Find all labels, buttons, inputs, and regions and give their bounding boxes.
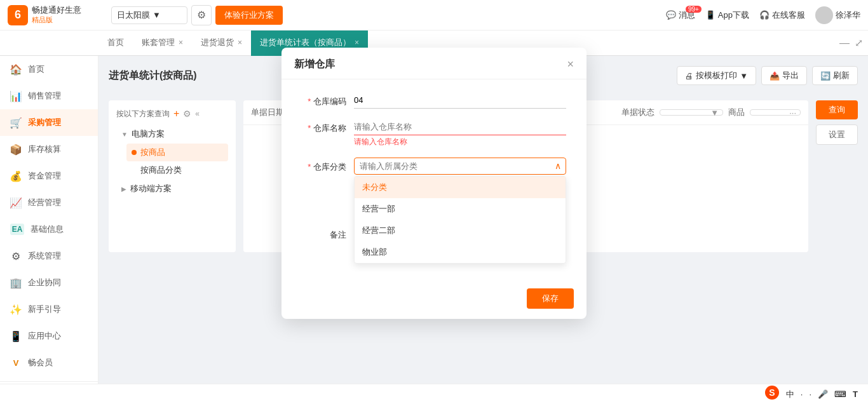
- single-status-label: 单据状态: [621, 107, 654, 118]
- status-mic-icon[interactable]: 🎤: [818, 389, 828, 399]
- gear-button[interactable]: ⚙: [191, 5, 212, 25]
- tab-purchase-return[interactable]: 进货退货 ×: [192, 30, 251, 56]
- status-dot2-icon[interactable]: ·: [809, 389, 811, 399]
- trial-button[interactable]: 体验行业方案: [215, 6, 283, 25]
- name-label-text: 仓库名称: [313, 123, 346, 133]
- sidebar-sales-label: 销售管理: [28, 90, 61, 102]
- logo-area: 6 畅捷通好生意 精品版: [8, 5, 106, 25]
- dropdown-option-op2[interactable]: 经营二部: [355, 220, 566, 241]
- collapse-left-icon[interactable]: «: [195, 109, 200, 118]
- form-row-name: * 仓库名称 请输入仓库名称: [302, 119, 566, 147]
- settings-button[interactable]: 设置: [816, 125, 858, 145]
- tab-purchase-stats-close[interactable]: ×: [355, 38, 359, 47]
- name-label: * 仓库名称: [302, 119, 346, 134]
- window-expand-icon[interactable]: ⤢: [855, 37, 863, 49]
- tab-accounts-label: 账套管理: [142, 37, 175, 48]
- sidebar: 🏠 首页 📊 销售管理 🛒 采购管理 📦 库存核算 💰 资金管理: [0, 56, 98, 404]
- arrow-mobile-icon: ▶: [121, 185, 126, 192]
- sidebar-item-home[interactable]: 🏠 首页: [0, 56, 98, 83]
- customer-service-button[interactable]: 🎧 在线客服: [759, 10, 805, 21]
- status-bar: S 中 · · 🎤 ⌨ T: [0, 384, 868, 404]
- sidebar-enterprise-label: 企业协同: [28, 277, 61, 288]
- toolbar: 🖨 按模板打印 ▼ 📤 导出 🔄 刷新: [677, 66, 858, 85]
- sidebar-item-inventory[interactable]: 📦 库存核算: [0, 136, 98, 163]
- sidebar-item-guide[interactable]: ✨ 新手引导: [0, 296, 98, 323]
- add-plan-button[interactable]: +: [173, 108, 179, 119]
- refresh-button[interactable]: 🔄 刷新: [812, 66, 858, 85]
- tree-computer-plan[interactable]: ▼ 电脑方案: [116, 125, 228, 144]
- form-row-code: * 仓库编码: [302, 92, 566, 109]
- modal-title: 新增仓库: [294, 58, 335, 71]
- tab-controls: — ⤢: [839, 37, 868, 49]
- dropdown-option-property[interactable]: 物业部: [355, 241, 566, 263]
- tab-home-label: 首页: [107, 37, 124, 48]
- store-selector[interactable]: 日太阳膜 ▼: [111, 6, 187, 24]
- tree-by-product[interactable]: 按商品: [126, 144, 228, 161]
- status-select[interactable]: ▼: [660, 109, 723, 116]
- status-keyboard-icon[interactable]: ⌨: [834, 389, 846, 399]
- code-label-text: 仓库编码: [313, 97, 346, 106]
- dropdown-option-op2-label: 经营二部: [362, 226, 395, 235]
- sidebar-item-basic[interactable]: EA 基础信息: [0, 216, 98, 243]
- dropdown-option-unclassified[interactable]: 未分类: [355, 177, 566, 198]
- guide-icon: ✨: [10, 304, 22, 315]
- query-button[interactable]: 查询: [816, 100, 858, 119]
- single-date-label: 单据日期: [251, 107, 284, 118]
- modal-close-button[interactable]: ×: [567, 58, 574, 71]
- app-download-button[interactable]: 📱 App下载: [705, 10, 749, 21]
- purchase-icon: 🛒: [10, 117, 22, 128]
- store-select-area: 日太阳膜 ▼ ⚙ 体验行业方案: [111, 5, 661, 25]
- save-button[interactable]: 保存: [527, 288, 574, 309]
- home-icon: 🏠: [10, 64, 22, 75]
- tab-accounts-close[interactable]: ×: [179, 38, 183, 47]
- status-dot1-icon[interactable]: ·: [801, 389, 803, 399]
- sidebar-finance-label: 资金管理: [28, 170, 61, 182]
- chevron-down-icon: ▼: [153, 10, 161, 20]
- sidebar-item-vip[interactable]: V 畅会员: [0, 349, 98, 376]
- tab-accounts[interactable]: 账套管理 ×: [133, 30, 192, 56]
- modal-overlay[interactable]: 6 畅捷通好生意 精品版 日太阳膜 ▼ ⚙ 体验行业方案 💬 消息: [0, 0, 868, 404]
- status-zh-icon[interactable]: 中: [786, 389, 794, 400]
- user-menu[interactable]: 徐泽华: [815, 6, 860, 24]
- name-input[interactable]: [354, 119, 566, 135]
- category-input[interactable]: [354, 158, 566, 175]
- tab-purchase-return-label: 进货退货: [201, 37, 234, 48]
- window-minimize-icon[interactable]: —: [839, 37, 850, 49]
- code-input[interactable]: [354, 92, 566, 109]
- app-download-label: App下载: [718, 10, 749, 21]
- active-dot-icon: [132, 150, 137, 155]
- modal-header: 新增仓库 ×: [281, 48, 587, 79]
- sidebar-system-label: 系统管理: [28, 250, 61, 262]
- code-label: * 仓库编码: [302, 92, 346, 107]
- sidebar-item-operation[interactable]: 📈 经营管理: [0, 189, 98, 216]
- logo-icon: 6: [8, 5, 28, 25]
- plan-settings-icon[interactable]: ⚙: [183, 109, 191, 119]
- sidebar-item-enterprise[interactable]: 🏢 企业协同: [0, 269, 98, 296]
- svg-text:S: S: [769, 387, 775, 398]
- message-badge: 99+: [686, 6, 702, 13]
- new-warehouse-modal: 新增仓库 × * 仓库编码 * 仓库名称 请输入仓库名称: [281, 48, 587, 319]
- status-t-icon[interactable]: T: [853, 389, 858, 399]
- export-label: 导出: [782, 70, 799, 81]
- print-button[interactable]: 🖨 按模板打印 ▼: [677, 66, 756, 85]
- sidebar-home-label: 首页: [28, 64, 44, 75]
- tab-home[interactable]: 首页: [98, 30, 133, 56]
- headset-icon: 🎧: [759, 10, 770, 20]
- name-required-mark: *: [308, 123, 311, 133]
- messages-button[interactable]: 💬 消息 99+: [666, 10, 695, 21]
- export-button[interactable]: 📤 导出: [761, 66, 807, 85]
- sidebar-basic-label: 基础信息: [31, 224, 64, 235]
- sidebar-item-purchase[interactable]: 🛒 采购管理: [0, 109, 98, 136]
- sidebar-item-finance[interactable]: 💰 资金管理: [0, 163, 98, 189]
- dropdown-option-op1[interactable]: 经营一部: [355, 198, 566, 220]
- sidebar-item-system[interactable]: ⚙ 系统管理: [0, 243, 98, 269]
- product-select[interactable]: ···: [750, 109, 801, 116]
- dropdown-option-op1-label: 经营一部: [362, 204, 395, 213]
- tab-purchase-return-close[interactable]: ×: [238, 38, 242, 47]
- sidebar-item-sales[interactable]: 📊 销售管理: [0, 83, 98, 109]
- tree-mobile-plan[interactable]: ▶ 移动端方案: [116, 179, 228, 198]
- sidebar-app-label: 应用中心: [28, 330, 61, 342]
- tree-by-product-category[interactable]: 按商品分类: [126, 161, 228, 179]
- sidebar-item-app[interactable]: 📱 应用中心: [0, 323, 98, 349]
- message-icon: 💬: [666, 10, 676, 20]
